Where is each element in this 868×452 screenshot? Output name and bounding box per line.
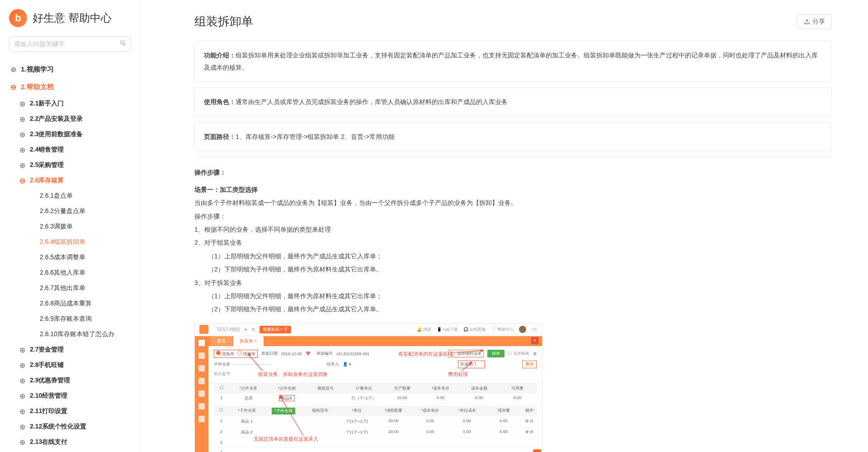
path-text: 1、库存核算->库存管理->组装拆卸单 2、首页->常用功能 [236, 133, 395, 140]
intro-text: 组装拆卸单用来处理企业组装或拆卸等加工业务，支持有固定装配清单的产品加工业务，也… [204, 52, 818, 71]
ss-nav-icon [198, 416, 205, 422]
ss-close-icon: × [531, 337, 538, 344]
nav-21[interactable]: ⊕2.1新手入门 [18, 96, 131, 111]
main-content: 组装拆卸单 分享 功能介绍：组装拆卸单用来处理企业组装或拆卸等加工业务，支持有固… [140, 0, 868, 452]
ss-content: 首页 拆装单 × × 组装单 拆卸单 单据日期 2019-12-26 📅 单据编… [208, 336, 542, 452]
steps-title: 操作步骤： [194, 166, 832, 179]
op1: 1、根据不同的业务，选择不同单据的类型来处理 [194, 223, 832, 236]
logo: b 好生意 帮助中心 [9, 9, 131, 27]
op3: 3、对于拆装业务 [194, 276, 832, 290]
nav-213[interactable]: ⊕2.13在线支付 [18, 434, 131, 450]
page-title: 组装拆卸单 [194, 14, 253, 29]
ss-choose-btn: 📋 选择物料清单 [448, 350, 484, 357]
ss-ann-list: 有装配清单的在这里处理 [398, 351, 453, 357]
embedded-screenshot: TEST-H002 ▾⟳ 我要购买一下 🔔 消息 📱 App下载 🎧 在线客服 … [194, 323, 542, 452]
nav-211[interactable]: ⊕2.11打印设置 [18, 404, 131, 419]
nav-265[interactable]: 2.6.5成本调整单 [18, 250, 131, 265]
plus-icon: ⊕ [18, 130, 26, 138]
ss-avatar-icon [519, 326, 526, 333]
role-label: 使用角色： [204, 98, 236, 105]
nav-29[interactable]: ⊕2.9优惠券管理 [18, 373, 131, 388]
nav-27[interactable]: ⊕2.7资金管理 [18, 342, 131, 357]
svg-line-1 [124, 44, 126, 46]
ss-side-icon [533, 449, 541, 452]
plus-icon: ⊕ [18, 161, 26, 169]
minus-icon: ⊖ [9, 83, 17, 91]
nav-25[interactable]: ⊕2.5采购管理 [18, 157, 131, 173]
ss-nav-icon [198, 378, 205, 384]
nav-264[interactable]: 2.6.4组装拆卸单 [18, 234, 131, 250]
scene1-desc: 当由多个子件材料组装成一个成品的业务为【组装】业务，当由一个父件拆分成多个子产品… [194, 196, 832, 209]
logo-icon: b [9, 9, 27, 27]
share-button[interactable]: 分享 [797, 14, 832, 29]
plus-icon: ⊕ [18, 392, 26, 400]
svg-point-0 [121, 41, 124, 44]
plus-icon: ⊕ [18, 407, 26, 415]
plus-icon: ⊕ [18, 100, 26, 108]
op2-2: （2）下部明细为子件明细，最终作为原材料生成其它出库单。 [194, 263, 832, 276]
nav-22[interactable]: ⊕2.2产品安装及登录 [18, 111, 131, 127]
nav-210[interactable]: ⊕2.10经营管理 [18, 388, 131, 404]
ss-nav-icon [198, 390, 205, 397]
plus-icon: ⊕ [18, 423, 26, 431]
nav-214[interactable]: ⊕2.14常见问题 [18, 450, 131, 452]
ss-ann-switch: 组装业务、拆卸业务在这里切换 [258, 371, 328, 378]
scene1-label: 场景一： [194, 186, 220, 193]
nav-267[interactable]: 2.6.7其他出库单 [18, 281, 131, 296]
sidebar: b 好生意 帮助中心 ⊕1.视频学习 ⊖2.帮助文档 ⊕2.1新手入门 ⊕2.2… [0, 0, 140, 452]
op2-1: （1）上部明细为父件明细，最终作为产成品生成其它入库单； [194, 250, 832, 263]
op3-1: （1）上部明细为父件明细，最终作为原材料生成其它出库单； [194, 290, 832, 303]
nav-269[interactable]: 2.6.9库存账本查询 [18, 311, 131, 327]
intro-box: 功能介绍：组装拆卸单用来处理企业组装或拆卸等加工业务，支持有固定装配清单的产品加… [194, 41, 832, 82]
plus-icon: ⊕ [18, 146, 26, 154]
nav-24[interactable]: ⊕2.4销售管理 [18, 142, 131, 157]
ss-buy-button: 我要购买一下 [259, 326, 291, 333]
minus-icon: ⊖ [18, 176, 26, 185]
search-box [9, 36, 131, 52]
page-header: 组装拆卸单 分享 [194, 14, 832, 29]
nav-28[interactable]: ⊕2.8手机旺铺 [18, 357, 131, 373]
ss-nav-icon [198, 403, 205, 409]
nav-26[interactable]: ⊖2.6库存核算 [18, 173, 131, 188]
plus-icon: ⊕ [9, 66, 17, 74]
ss-logo-icon [199, 325, 208, 334]
role-text: 通常由生产人员或库管人员完成拆装业务的操作，库管人员确认原材料的出库和产成品的入… [236, 98, 508, 105]
plus-icon: ⊕ [18, 376, 26, 385]
ss-tab-home: 首页 [211, 336, 232, 346]
ss-tab-assem: 拆装单 × [233, 336, 264, 346]
nav-262[interactable]: 2.6.2分量盘点单 [18, 204, 131, 219]
ss-topbar: TEST-H002 ▾⟳ 我要购买一下 🔔 消息 📱 App下载 🎧 在线客服 … [195, 324, 542, 336]
path-box: 页面路径：1、库存核算->库存管理->组装拆卸单 2、首页->常用功能 [194, 122, 832, 152]
scene1-title: 加工类型选择 [220, 186, 258, 193]
plus-icon: ⊕ [18, 361, 26, 369]
content-box: 操作步骤： 场景一：加工类型选择 当由多个子件材料组装成一个成品的业务为【组装】… [194, 157, 832, 452]
ops-title: 操作步骤： [194, 210, 832, 223]
nav-266[interactable]: 2.6.6其他入库单 [18, 265, 131, 281]
ss-ann-noinput: 无固定清单的直接在这里录入 [254, 436, 318, 442]
search-icon[interactable] [120, 40, 126, 48]
ss-ann-fee: 费用处理 [448, 371, 468, 378]
nav-212[interactable]: ⊕2.12系统个性化设置 [18, 419, 131, 434]
op3-2: （2）下部明细为子件明细，最终作为产成品生成其它入库单。 [194, 303, 832, 316]
ss-home-icon [198, 340, 205, 346]
nav-2610[interactable]: 2.6.10库存账本错了怎么办 [18, 327, 131, 342]
ss-leftbar [195, 336, 208, 452]
search-input[interactable] [9, 36, 131, 52]
plus-icon: ⊕ [18, 115, 26, 123]
share-icon [804, 19, 810, 25]
logo-text: 好生意 帮助中心 [33, 11, 112, 25]
ss-nav-icon [198, 352, 205, 359]
nav-261[interactable]: 2.6.1盘点单 [18, 188, 131, 204]
path-label: 页面路径： [204, 133, 236, 140]
ss-nav-icon [198, 365, 205, 371]
nav-268[interactable]: 2.6.8商品成本重算 [18, 296, 131, 311]
nav-263[interactable]: 2.6.3调拨单 [18, 219, 131, 234]
ss-test-label: TEST-H002 [217, 327, 240, 332]
intro-label: 功能介绍： [204, 52, 236, 59]
nav-video[interactable]: ⊕1.视频学习 [9, 61, 131, 78]
op2: 2、对于组装业务 [194, 236, 832, 249]
nav-docs[interactable]: ⊖2.帮助文档 [9, 78, 131, 96]
role-box: 使用角色：通常由生产人员或库管人员完成拆装业务的操作，库管人员确认原材料的出库和… [194, 87, 832, 117]
nav-23[interactable]: ⊕2.3使用前数据准备 [18, 127, 131, 142]
plus-icon: ⊕ [18, 438, 26, 446]
